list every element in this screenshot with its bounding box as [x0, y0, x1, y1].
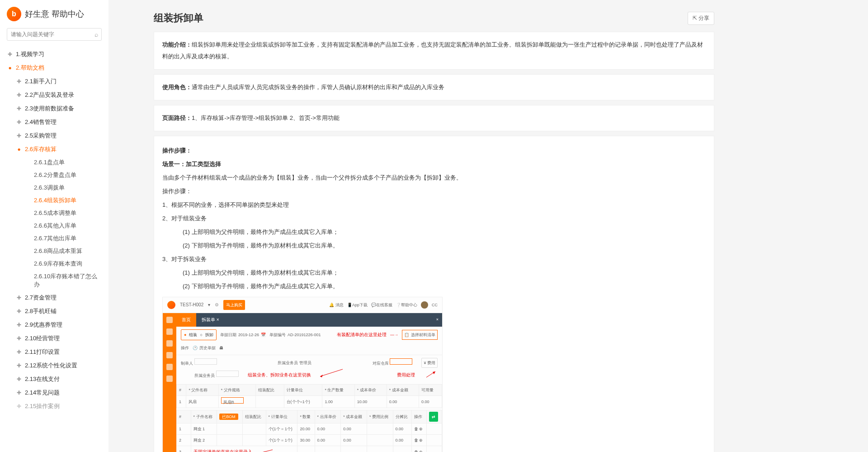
ss-nav-icon — [166, 328, 173, 335]
ss-annotation-2: 组装业务、拆卸业务在这里切换 — [248, 371, 311, 380]
avatar-icon — [421, 301, 428, 309]
gear-icon: ⚙ — [215, 300, 219, 309]
ss-toolbar: ●组装 ○拆卸 单据日期 2019-12-26 📅 单据编号 AD-201912… — [176, 327, 442, 355]
plus-icon: ✚ — [16, 295, 22, 301]
nav-2-12[interactable]: ✚2.12系统个性化设置 — [16, 359, 102, 372]
nav-2-1[interactable]: ✚2.1新手入门 — [16, 75, 102, 88]
scene1-desc: 当由多个子件材料组装成一个成品的业务为【组装】业务，当由一个父件拆分成多个子产品… — [162, 172, 706, 184]
chevron-down-icon: ▾ — [208, 300, 210, 309]
nav-helpdoc[interactable]: ●2.帮助文档 — [7, 61, 102, 75]
nav-2-14[interactable]: ✚2.14常见问题 — [16, 386, 102, 400]
plus-icon: ✚ — [16, 349, 22, 355]
role-text: 通常由生产人员或库管人员完成拆装业务的操作，库管人员确认原材料的出库和产成品的入… — [192, 84, 444, 90]
ss-biz-label: 所属业务员 — [181, 371, 239, 380]
plus-icon: ✚ — [16, 78, 22, 85]
ss-biz: 所属业务员 管理员 — [278, 359, 311, 367]
ss-type-radio: ●组装 ○拆卸 — [181, 329, 217, 340]
nav-2-6-1[interactable]: 2.6.1盘点单 — [16, 156, 102, 169]
nav-2-10[interactable]: ✚2.10经营管理 — [16, 332, 102, 345]
role-card: 使用角色：通常由生产人员或库管人员完成拆装业务的操作，库管人员确认原材料的出库和… — [154, 74, 714, 100]
logo-text: 好生意 帮助中心 — [25, 9, 84, 19]
step3-2: (2) 下部明细为子件明细，最终作为产成品生成其它入库单。 — [162, 281, 706, 292]
nav-2-4[interactable]: ✚2.4销售管理 — [16, 115, 102, 129]
ss-op: 操作 — [181, 344, 189, 352]
table-row: 2网盒 2个(1个 = 1个)30.000.000.000.00🗑 ⊕ — [177, 435, 442, 446]
steps-sub: 操作步骤： — [162, 186, 706, 197]
nav-2-6-10[interactable]: 2.6.10库存账本错了怎么办 — [16, 270, 102, 291]
search-box: ⌕ — [7, 28, 102, 41]
nav-2-8[interactable]: ✚2.8手机旺铺 — [16, 305, 102, 318]
nav-2-9[interactable]: ✚2.9优惠券管理 — [16, 318, 102, 332]
nav-2-3[interactable]: ✚2.3使用前数据准备 — [16, 102, 102, 115]
ss-topbar: TEST-H002 ▾ ⚙ 马上购买 🔔 消息 📱App下载 💬在线客服 ❔帮助… — [163, 297, 442, 313]
logo-icon: b — [7, 7, 21, 21]
share-button[interactable]: ⇱ 分享 — [688, 12, 714, 25]
nav-2-5[interactable]: ✚2.5采购管理 — [16, 129, 102, 143]
intro-label: 功能介绍： — [162, 41, 192, 48]
nav-2-6[interactable]: ●2.6库存核算 — [16, 143, 102, 156]
path-label: 页面路径： — [162, 114, 192, 121]
steps-card: 操作步骤： 场景一：加工类型选择 当由多个子件材料组装成一个成品的业务为【组装】… — [154, 136, 714, 452]
plus-icon: ✚ — [16, 322, 22, 328]
svg-line-4 — [255, 450, 273, 452]
nav-2-11[interactable]: ✚2.11打印设置 — [16, 345, 102, 359]
main-content: 组装拆卸单 ⇱ 分享 功能介绍：组装拆卸单用来处理企业组装或拆卸等加工业务，支持… — [108, 0, 868, 452]
nav-2-6-3[interactable]: 2.6.3调拨单 — [16, 181, 102, 194]
plus-icon: ✚ — [16, 335, 22, 342]
app-icon: 📱App下载 — [347, 301, 368, 309]
intro-text: 组装拆卸单用来处理企业组装或拆卸等加工业务，支持有固定装配清单的产品加工业务，也… — [162, 41, 703, 60]
intro-card: 功能介绍：组装拆卸单用来处理企业组装或拆卸等加工业务，支持有固定装配清单的产品加… — [154, 32, 714, 70]
ss-docno: 单据编号 AD-20191226-001 — [269, 331, 321, 339]
svg-marker-1 — [320, 375, 323, 377]
nav-2-15[interactable]: ✚2.15操作案例 — [16, 400, 102, 413]
table-row: 1网盒 1个(1个 = 1个)20.000.000.000.00🗑 ⊕ — [177, 423, 442, 435]
ss-tab-form: 拆装单 × — [196, 313, 225, 327]
table-row: 1风扇风扇B台(个个=1个)1.0010.000.000.00 — [177, 396, 442, 408]
role-label: 使用角色： — [162, 84, 192, 90]
plus-icon: ✚ — [16, 92, 22, 98]
plus-icon: ✚ — [16, 133, 22, 139]
ss-left-nav — [163, 313, 176, 452]
page-title-row: 组装拆卸单 ⇱ 分享 — [154, 11, 714, 25]
search-icon[interactable]: ⌕ — [94, 31, 98, 38]
table-row: 3无固定清单的直接在这里录入🗑 ⊕ — [177, 446, 442, 452]
plus-icon: ✚ — [7, 51, 13, 57]
ss-logo-icon — [167, 301, 175, 309]
bell-icon: 🔔 消息 — [329, 301, 344, 309]
ss-warehouse: 对应仓库 — [373, 358, 413, 367]
ss-row2: 制单人 所属业务员 管理员 对应仓库 ¥ 费用 — [176, 355, 442, 371]
ss-right-icons: 🔔 消息 📱App下载 💬在线客服 ❔帮助中心 CC — [329, 301, 438, 309]
nav-2-2[interactable]: ✚2.2产品安装及登录 — [16, 88, 102, 102]
step1: 1、根据不同的业务，选择不同单据的类型来处理 — [162, 199, 706, 211]
scene1-label: 场景一：加工类型选择 — [162, 158, 706, 170]
ss-date: 单据日期 2019-12-26 📅 — [220, 331, 266, 339]
nav-2-6-5[interactable]: 2.6.5成本调整单 — [16, 207, 102, 219]
service-icon: 💬在线客服 — [371, 301, 392, 309]
step2-2: (2) 下部明细为子件明细，最终作为原材料生成其它出库单。 — [162, 240, 706, 252]
ss-annotation-4: 无固定清单的直接在这里录入 — [193, 449, 252, 452]
ss-child-table: #* 子件名称已BOM组装配比* 计量单位* 数量* 出库单价* 成本金额* 费… — [176, 410, 442, 452]
search-input[interactable] — [7, 28, 102, 41]
nav-video[interactable]: ✚1.视频学习 — [7, 48, 102, 61]
logo: b 好生意 帮助中心 — [7, 7, 102, 21]
plus-icon: ✚ — [16, 362, 22, 369]
nav-2-6-6[interactable]: 2.6.6其他入库单 — [16, 219, 102, 232]
nav-2-6-4[interactable]: 2.6.4组装拆卸单 — [16, 194, 102, 207]
nav-2-7[interactable]: ✚2.7资金管理 — [16, 291, 102, 305]
step2-1: (1) 上部明细为父件明细，最终作为产成品生成其它入库单； — [162, 226, 706, 238]
plus-icon: ✚ — [16, 376, 22, 382]
nav-2-6-7[interactable]: 2.6.7其他出库单 — [16, 232, 102, 245]
nav-2-13[interactable]: ✚2.13在线支付 — [16, 372, 102, 386]
ss-config-button: 📋 选择材料清单 — [402, 330, 438, 340]
ss-history: 🕐 历史单据 — [193, 344, 216, 352]
ss-tabs: 首页 拆装单 × × — [176, 313, 442, 327]
nav-2-6-8[interactable]: 2.6.8商品成本重算 — [16, 245, 102, 257]
help-icon: ❔帮助中心 — [396, 301, 417, 309]
nav-2-6-2[interactable]: 2.6.2分量盘点单 — [16, 169, 102, 181]
ss-cost-button: ¥ 费用 — [421, 358, 438, 368]
close-icon: × — [433, 313, 442, 327]
plus-icon: ✚ — [16, 390, 22, 396]
steps-label: 操作步骤： — [162, 145, 706, 157]
ss-nav-icon — [166, 317, 173, 323]
nav-2-6-9[interactable]: 2.6.9库存账本查询 — [16, 257, 102, 270]
